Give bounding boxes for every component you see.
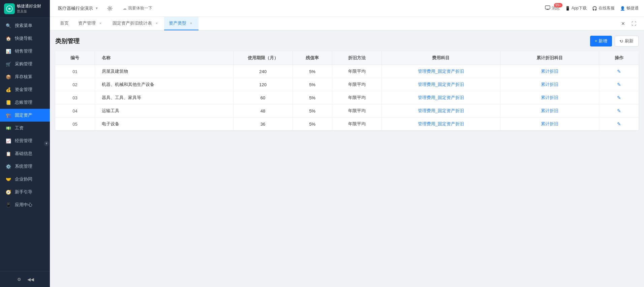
sidebar-item-basic[interactable]: 📋 基础信息 bbox=[0, 147, 50, 160]
col-accrual: 累计折旧科目 bbox=[500, 51, 599, 65]
user-item[interactable]: 👤 畅捷通 bbox=[620, 5, 639, 11]
settings-button[interactable]: ⚙ bbox=[14, 274, 24, 284]
sidebar-item-app[interactable]: 📱 应用中心 bbox=[0, 198, 50, 211]
nav-icon-purchase: 🛒 bbox=[5, 61, 11, 67]
nav-label-inventory: 库存核算 bbox=[15, 74, 32, 80]
experience-button[interactable]: ☁ 我要体验一下 bbox=[120, 4, 155, 12]
sidebar-item-operations[interactable]: 📈 经营管理 bbox=[0, 134, 50, 147]
tabs-right-actions: ✕ ⛶ bbox=[618, 19, 639, 28]
cell-period-1: 120 bbox=[233, 78, 293, 91]
sidebar-scroll-down[interactable]: ▼ bbox=[44, 141, 49, 146]
page-header: 类别管理 + 新增 ↻ 刷新 bbox=[55, 36, 639, 46]
nav-icon-system: ⚙️ bbox=[5, 163, 11, 169]
tab-home-label: 首页 bbox=[60, 20, 69, 26]
tab-depreciation-close[interactable]: × bbox=[154, 21, 159, 26]
sidebar-item-quicknav[interactable]: 🏠 快捷导航 bbox=[0, 32, 50, 45]
nav-icon-enterprise: 🤝 bbox=[5, 176, 11, 182]
collapse-button[interactable]: ◀◀ bbox=[26, 274, 36, 284]
cloud-icon: ☁ bbox=[123, 6, 127, 11]
table-header: 编号 名称 使用期限（月） 残值率 折旧方法 费用科目 累计折旧科目 操作 bbox=[55, 51, 639, 65]
cell-salvage-3: 5% bbox=[293, 104, 332, 118]
sidebar-item-guide[interactable]: 🧭 新手引导 bbox=[0, 186, 50, 198]
company-selector[interactable]: 医疗器械行业演示 ▼ bbox=[55, 4, 101, 13]
col-name: 名称 bbox=[95, 51, 233, 65]
cell-action-4[interactable]: ✎ bbox=[599, 118, 639, 131]
sidebar-item-inventory[interactable]: 📦 库存核算 bbox=[0, 70, 50, 83]
nav-icon-basic: 📋 bbox=[5, 151, 11, 157]
maximize-tab-button[interactable]: ⛶ bbox=[629, 19, 639, 28]
nav-label-basic: 基础信息 bbox=[15, 151, 32, 157]
refresh-icon: ↻ bbox=[619, 38, 624, 44]
tab-asset-mgmt-label: 资产管理 bbox=[78, 20, 96, 26]
edit-button-4[interactable]: ✎ bbox=[617, 121, 621, 127]
sidebar-item-ledger[interactable]: 📒 总账管理 bbox=[0, 96, 50, 109]
sidebar-item-search[interactable]: 🔍 搜索菜单 bbox=[0, 19, 50, 32]
page-actions: + 新增 ↻ 刷新 bbox=[590, 36, 639, 46]
cell-action-0[interactable]: ✎ bbox=[599, 65, 639, 78]
cell-name-1: 机器、机械和其他生产设备 bbox=[95, 78, 233, 91]
messages-item[interactable]: 消息 99+ bbox=[545, 5, 560, 11]
table-row: 04 运输工具 48 5% 年限平均 管理费用_固定资产折旧 累计折旧 ✎ bbox=[55, 104, 639, 118]
nav-label-system: 系统管理 bbox=[15, 163, 32, 169]
cell-action-3[interactable]: ✎ bbox=[599, 104, 639, 118]
user-icon: 👤 bbox=[620, 6, 625, 11]
cell-accrual-3: 累计折旧 bbox=[500, 104, 599, 118]
message-icon bbox=[545, 5, 550, 11]
sidebar-item-salary[interactable]: 💵 工资 bbox=[0, 122, 50, 134]
nav-label-search: 搜索菜单 bbox=[15, 23, 32, 29]
cell-expense-1: 管理费用_固定资产折旧 bbox=[381, 78, 500, 91]
svg-point-1 bbox=[109, 7, 111, 9]
online-service-label: 在线客服 bbox=[599, 5, 615, 11]
close-tab-button[interactable]: ✕ bbox=[618, 19, 628, 28]
tab-asset-type[interactable]: 资产类型 × bbox=[164, 17, 198, 30]
nav-label-purchase: 采购管理 bbox=[15, 61, 32, 67]
topbar-settings-button[interactable] bbox=[105, 4, 115, 13]
nav-icon-quicknav: 🏠 bbox=[5, 35, 11, 41]
online-service-item[interactable]: 🎧 在线客服 bbox=[592, 5, 615, 11]
sidebar-item-fixed[interactable]: 🏗️ 固定资产 bbox=[0, 109, 50, 122]
nav-icon-guide: 🧭 bbox=[5, 189, 11, 195]
tab-asset-mgmt-close[interactable]: × bbox=[98, 21, 103, 26]
app-download-item[interactable]: 📱 App下载 bbox=[565, 5, 587, 11]
cell-accrual-2: 累计折旧 bbox=[500, 91, 599, 104]
cell-salvage-2: 5% bbox=[293, 91, 332, 104]
col-salvage: 残值率 bbox=[293, 51, 332, 65]
sidebar-item-purchase[interactable]: 🛒 采购管理 bbox=[0, 58, 50, 70]
new-button[interactable]: + 新增 bbox=[590, 36, 612, 46]
tab-asset-type-label: 资产类型 bbox=[169, 20, 186, 26]
table-row: 03 器具、工具、家具等 60 5% 年限平均 管理费用_固定资产折旧 累计折旧… bbox=[55, 91, 639, 104]
sidebar-item-enterprise[interactable]: 🤝 企业协同 bbox=[0, 173, 50, 186]
cell-code-2: 03 bbox=[55, 91, 95, 104]
table-body: 01 房屋及建筑物 240 5% 年限平均 管理费用_固定资产折旧 累计折旧 ✎… bbox=[55, 65, 639, 131]
nav-label-fixed: 固定资产 bbox=[15, 112, 32, 118]
edit-button-3[interactable]: ✎ bbox=[617, 108, 621, 114]
edit-button-2[interactable]: ✎ bbox=[617, 95, 621, 100]
edit-button-0[interactable]: ✎ bbox=[617, 69, 621, 74]
refresh-button[interactable]: ↻ 刷新 bbox=[615, 36, 639, 46]
sidebar-item-sales[interactable]: 📊 销售管理 bbox=[0, 45, 50, 58]
page-title: 类别管理 bbox=[55, 37, 80, 45]
edit-button-1[interactable]: ✎ bbox=[617, 82, 621, 87]
experience-label: 我要体验一下 bbox=[128, 5, 152, 11]
tab-asset-type-close[interactable]: × bbox=[188, 21, 194, 26]
nav-label-app: 应用中心 bbox=[15, 202, 32, 208]
tab-depreciation-label: 固定资产折旧统计表 bbox=[113, 20, 152, 26]
tab-depreciation[interactable]: 固定资产折旧统计表 × bbox=[108, 17, 164, 30]
sidebar: 畅捷通好业财 普及版 🔍 搜索菜单 🏠 快捷导航 📊 销售管理 🛒 采购管理 📦… bbox=[0, 0, 50, 287]
cell-action-1[interactable]: ✎ bbox=[599, 78, 639, 91]
cell-code-0: 01 bbox=[55, 65, 95, 78]
cell-action-2[interactable]: ✎ bbox=[599, 91, 639, 104]
nav-icon-app: 📱 bbox=[5, 202, 11, 208]
sidebar-item-system[interactable]: ⚙️ 系统管理 bbox=[0, 160, 50, 173]
sidebar-item-capital[interactable]: 💰 资金管理 bbox=[0, 83, 50, 96]
sidebar-nav: 🔍 搜索菜单 🏠 快捷导航 📊 销售管理 🛒 采购管理 📦 库存核算 💰 资金管… bbox=[0, 18, 50, 271]
tab-asset-mgmt[interactable]: 资产管理 × bbox=[73, 17, 108, 30]
cell-name-2: 器具、工具、家具等 bbox=[95, 91, 233, 104]
cell-method-3: 年限平均 bbox=[332, 104, 381, 118]
tab-home[interactable]: 首页 bbox=[55, 17, 73, 30]
col-action: 操作 bbox=[599, 51, 639, 65]
nav-icon-salary: 💵 bbox=[5, 125, 11, 131]
cell-expense-4: 管理费用_固定资产折旧 bbox=[381, 118, 500, 131]
nav-icon-sales: 📊 bbox=[5, 48, 11, 54]
sidebar-bottom: ⚙ ◀◀ bbox=[0, 271, 50, 287]
